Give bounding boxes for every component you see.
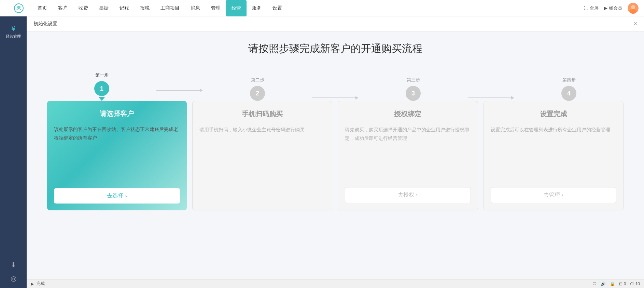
card-3-desc: 请先购买，购买后选择开通的产品中的企业用户进行授权绑定，成功后即可进行经营管理 bbox=[345, 126, 471, 179]
shield-icon: 🛡 bbox=[592, 282, 597, 286]
nav-accounting[interactable]: 记账 bbox=[114, 0, 135, 16]
step-4-circle: 4 bbox=[561, 86, 576, 101]
step-1-button[interactable]: 去选择 › bbox=[54, 188, 180, 204]
arrow-1-line bbox=[156, 90, 200, 91]
volume-icon: 🔊 bbox=[601, 282, 606, 286]
card-2-title: 手机扫码购买 bbox=[199, 109, 325, 119]
status-text: 完成 bbox=[37, 281, 45, 287]
arrow-2-line bbox=[312, 97, 355, 98]
step-1-label: 第一步 bbox=[95, 72, 109, 78]
lock-icon: 🔒 bbox=[610, 282, 615, 286]
card-4-title: 设置完成 bbox=[491, 109, 617, 119]
status-bar-right: 🛡 🔊 🔒 ⊟ 0 ⏱ 10 bbox=[592, 282, 640, 286]
step-2-header: 第二步 2 bbox=[203, 77, 312, 101]
step-card-4: 设置完成 设置完成后可以在管理列表进行所有企业用户的经营管理 去管理 › bbox=[484, 101, 624, 210]
nav-invoice[interactable]: 票据 bbox=[94, 0, 114, 16]
step-3-header: 第三步 3 bbox=[359, 77, 468, 101]
step-2-label: 第二步 bbox=[251, 77, 264, 83]
app-logo[interactable] bbox=[5, 3, 32, 13]
sidebar-item-label: 经营管理 bbox=[6, 34, 21, 39]
fullscreen-btn[interactable]: ⛶ 全屏 bbox=[584, 5, 599, 11]
sidebar-item-operation[interactable]: ¥ 经营管理 bbox=[0, 21, 27, 43]
member-label: 畅会员 bbox=[609, 5, 622, 11]
step-3-label: 第三步 bbox=[407, 77, 420, 83]
page-title-header: 初始化设置 bbox=[33, 21, 57, 27]
nav-right: ⛶ 全屏 ▶ 畅会员 bbox=[584, 3, 639, 14]
step-1-header: 第一步 1 bbox=[47, 72, 156, 101]
nav-tax[interactable]: 报税 bbox=[135, 0, 155, 16]
card-3-title: 授权绑定 bbox=[345, 109, 471, 119]
step-4-button[interactable]: 去管理 › bbox=[491, 187, 617, 203]
step-2-circle: 2 bbox=[250, 86, 265, 101]
nav-message[interactable]: 消息 bbox=[185, 0, 206, 16]
cards-row: 请选择客户 该处展示的客户为不在回收站、客户状态正常建账后完成老板端绑定的所有客… bbox=[47, 101, 624, 210]
step-3-circle: 3 bbox=[406, 86, 421, 101]
step-4-header: 第四步 4 bbox=[514, 77, 624, 101]
top-nav: 首页 客户 收费 票据 记账 报税 工商项目 消息 管理 经营 服务 设置 ⛶ … bbox=[0, 0, 644, 16]
layout: ¥ 经营管理 ⬇ ◎ 初始化设置 × 请按照步骤完成新客户的开通购买流程 第一步 bbox=[0, 16, 644, 288]
nav-manage[interactable]: 管理 bbox=[206, 0, 226, 16]
step-card-2: 手机扫码购买 请用手机扫码，输入小微企业主账号密码进行购买 bbox=[192, 101, 333, 210]
card-2-desc: 请用手机扫码，输入小微企业主账号密码进行购买 bbox=[199, 126, 325, 203]
nav-settings[interactable]: 设置 bbox=[267, 0, 288, 16]
content-body: 请按照步骤完成新客户的开通购买流程 第一步 1 bbox=[27, 31, 644, 279]
arrow-3-head bbox=[511, 96, 514, 100]
main-content: 初始化设置 × 请按照步骤完成新客户的开通购买流程 第一步 1 bbox=[27, 16, 644, 288]
step-1-btn-label: 去选择 bbox=[107, 192, 123, 199]
step-card-3: 授权绑定 请先购买，购买后选择开通的产品中的企业用户进行授权绑定，成功后即可进行… bbox=[338, 101, 478, 210]
step-1-circle: 1 bbox=[94, 81, 109, 96]
step-1-pointer bbox=[98, 97, 105, 101]
nav-fee[interactable]: 收费 bbox=[73, 0, 94, 16]
card-1-desc: 该处展示的客户为不在回收站、客户状态正常建账后完成老板端绑定的所有客户 bbox=[54, 125, 180, 180]
arrow-3 bbox=[468, 96, 514, 100]
time-status: ⏱ 10 bbox=[630, 282, 640, 286]
avatar[interactable] bbox=[628, 3, 639, 14]
step-3-button[interactable]: 去授权 › bbox=[345, 187, 471, 203]
download-icon[interactable]: ⬇ bbox=[11, 261, 16, 269]
nav-items: 首页 客户 收费 票据 记账 报税 工商项目 消息 管理 经营 服务 设置 bbox=[32, 0, 584, 16]
card-4-desc: 设置完成后可以在管理列表进行所有企业用户的经营管理 bbox=[491, 126, 617, 179]
arrow-1-head bbox=[200, 89, 203, 92]
status-bar: ▶ 完成 🛡 🔊 🔒 ⊟ 0 ⏱ 10 bbox=[27, 279, 644, 288]
step-card-1: 请选择客户 该处展示的客户为不在回收站、客户状态正常建账后完成老板端绑定的所有客… bbox=[47, 101, 187, 210]
step-3-btn-label: 去授权 › bbox=[398, 192, 418, 199]
card-1-title: 请选择客户 bbox=[54, 109, 180, 118]
step-4-label: 第四步 bbox=[562, 77, 576, 83]
nav-operation[interactable]: 经营 bbox=[226, 0, 247, 16]
network-status: ⊟ 0 bbox=[619, 282, 626, 286]
fullscreen-icon: ⛶ bbox=[584, 5, 588, 11]
arrow-2 bbox=[312, 96, 359, 100]
steps-header-row: 第一步 1 第二步 2 bbox=[47, 72, 624, 101]
nav-customer[interactable]: 客户 bbox=[53, 0, 73, 16]
sidebar-bottom: ⬇ ◎ bbox=[11, 261, 16, 283]
close-button[interactable]: × bbox=[633, 20, 637, 27]
sidebar: ¥ 经营管理 ⬇ ◎ bbox=[0, 16, 27, 288]
arrow-1 bbox=[156, 89, 203, 92]
support-icon[interactable]: ◎ bbox=[11, 274, 16, 283]
yuan-icon: ¥ bbox=[11, 25, 15, 32]
nav-business[interactable]: 工商项目 bbox=[155, 0, 185, 16]
fullscreen-label: 全屏 bbox=[590, 5, 599, 11]
nav-home[interactable]: 首页 bbox=[32, 0, 53, 16]
content-header: 初始化设置 × bbox=[27, 16, 644, 31]
step-1-circle-wrapper: 1 bbox=[94, 81, 109, 101]
play-icon: ▶ bbox=[604, 5, 607, 11]
nav-service[interactable]: 服务 bbox=[247, 0, 267, 16]
svg-point-2 bbox=[631, 5, 635, 9]
step-4-btn-label: 去管理 › bbox=[544, 192, 563, 199]
step-1-btn-arrow: › bbox=[125, 193, 127, 199]
member-btn[interactable]: ▶ 畅会员 bbox=[604, 5, 622, 11]
arrow-2-head bbox=[355, 96, 359, 100]
arrow-3-line bbox=[468, 97, 511, 98]
page-main-title: 请按照步骤完成新客户的开通购买流程 bbox=[47, 42, 624, 56]
play-status-icon: ▶ bbox=[31, 282, 34, 286]
